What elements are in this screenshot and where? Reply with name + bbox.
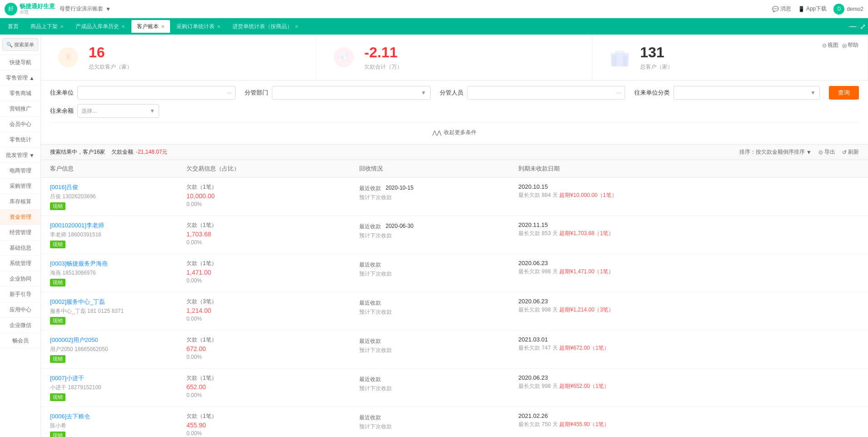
customer-name[interactable]: [0016]吕俊 xyxy=(50,183,186,191)
filter-remain-select[interactable]: 选择... ▼ xyxy=(77,104,159,118)
sidebar-item-newbie[interactable]: 新手引导 xyxy=(0,287,40,302)
tab-customer-account-close[interactable]: ✕ xyxy=(161,24,165,29)
overdue-link[interactable]: 超期¥455.90（1笔） xyxy=(559,421,609,427)
svg-rect-6 xyxy=(612,55,617,66)
tab-purchase-order[interactable]: 采购订单统计表 ✕ xyxy=(171,20,226,33)
sidebar-item-inventory[interactable]: 库存核算 xyxy=(0,194,40,210)
collapse-btn[interactable]: ⋀⋀ 收起更多条件 xyxy=(430,126,479,139)
sidebar-item-finance[interactable]: 资金管理 xyxy=(0,210,40,225)
col-header-overdue: 到期未收款日期 xyxy=(518,165,859,173)
stat-debt-total-label: 欠款合计（万） xyxy=(364,63,578,71)
sidebar-item-member[interactable]: 会员中心 xyxy=(0,117,40,132)
tab-product-history[interactable]: 产成品入库单历史 ✕ xyxy=(70,20,130,33)
sidebar-item-enterprise[interactable]: 企业协同 xyxy=(0,271,40,287)
tab-product-history-close[interactable]: ✕ xyxy=(121,24,125,29)
user-area[interactable]: D demo2 xyxy=(833,4,863,15)
filter-category-arrow: ▼ xyxy=(810,90,816,96)
filter-manager-input[interactable]: ··· xyxy=(467,86,625,100)
customer-name[interactable]: [000002]用户2050 xyxy=(50,336,186,344)
customer-info-cell: [0001020001]李老师 李老师 18600391516 现销 xyxy=(50,221,186,248)
customer-tag: 现销 xyxy=(50,241,65,248)
customer-contact: 小进干 18279152100 xyxy=(50,384,186,392)
filter-dept-select[interactable]: ▼ xyxy=(272,86,430,100)
table-row: [0001020001]李老师 李老师 18600391516 现销 欠款（1笔… xyxy=(41,216,868,254)
col-header-debt: 欠交易信息（占比） xyxy=(186,165,359,173)
payment-last-label: 最近收款 xyxy=(359,376,381,383)
overdue-link[interactable]: 超期¥1,703.68（1笔） xyxy=(559,230,614,236)
debt-amount[interactable]: 1,471.00 xyxy=(186,269,359,276)
filter-category-select[interactable]: ▼ xyxy=(673,86,820,100)
app-download-btn[interactable]: 📱 App下载 xyxy=(798,5,827,13)
debt-amount[interactable]: 672.00 xyxy=(186,345,359,352)
refresh-btn[interactable]: ↺ 刷新 xyxy=(842,148,859,156)
sidebar-item-member-plus[interactable]: 畅会员 xyxy=(0,333,40,349)
sidebar-item-batch-mgmt[interactable]: 批发管理 ▼ xyxy=(0,148,40,163)
help-btn[interactable]: ◎ 帮助 xyxy=(842,41,858,49)
sidebar-item-basic-info[interactable]: 基础信息 xyxy=(0,241,40,256)
tab-purchase-order-close[interactable]: ✕ xyxy=(217,24,221,29)
search-button[interactable]: 查询 xyxy=(829,86,859,100)
sort-select[interactable]: 排序：按欠款金额倒序排序 ▼ xyxy=(739,148,812,156)
sidebar-item-retail-stats[interactable]: 零售统计 xyxy=(0,132,40,148)
sidebar-item-purchase[interactable]: 采购管理 xyxy=(0,179,40,194)
tab-home[interactable]: 首页 xyxy=(2,20,24,33)
filter-customer-input[interactable]: ··· xyxy=(77,86,236,100)
overdue-link[interactable]: 超期¥10,000.00（1笔） xyxy=(559,192,617,198)
sidebar-item-app-center-label: 应用中心 xyxy=(10,306,31,313)
export-btn[interactable]: ⊙ 导出 xyxy=(818,148,835,156)
message-btn[interactable]: 💬 消息 xyxy=(772,5,791,13)
filter-manager-text[interactable] xyxy=(471,90,617,96)
tab-purchase-stats-close[interactable]: ✕ xyxy=(295,24,298,29)
payment-last-date: 2020-06-30 xyxy=(386,223,413,231)
tab-minimize-btn[interactable]: — xyxy=(849,22,856,31)
tab-purchase-stats-label: 进货单统计表（按商品） xyxy=(232,23,292,30)
tab-product-off[interactable]: 商品上下架 ✕ xyxy=(25,20,69,33)
sidebar-item-quick-nav[interactable]: 快捷导航 xyxy=(0,55,40,70)
filter-customer-text[interactable] xyxy=(81,90,227,96)
debt-info-cell: 欠款（1笔） 672.00 0.00% xyxy=(186,336,359,360)
debt-amount[interactable]: 455.90 xyxy=(186,422,359,429)
customer-name[interactable]: [0002]服务中心_丁磊 xyxy=(50,298,186,306)
debt-amount[interactable]: 10,000.00 xyxy=(186,192,359,200)
debt-percent: 0.00% xyxy=(186,316,359,322)
payment-last-row: 最近收款 xyxy=(359,414,518,422)
tab-customer-account[interactable]: 客户账本 ✕ xyxy=(131,20,170,33)
user-name: demo2 xyxy=(847,6,863,12)
sidebar-search-btn[interactable]: 🔍 搜索菜单 xyxy=(2,38,38,51)
sidebar-item-marketing[interactable]: 营销推广 xyxy=(0,101,40,117)
logo-subtext: 示范 xyxy=(20,10,55,15)
sidebar-item-corp-wechat[interactable]: 企业微信 xyxy=(0,318,40,333)
customer-name[interactable]: [0003]畅捷服务尹海燕 xyxy=(50,260,186,268)
debt-amount[interactable]: 652.00 xyxy=(186,383,359,391)
overdue-link[interactable]: 超期¥1,471.00（1笔） xyxy=(559,268,614,275)
payment-next: 预计下次收款 xyxy=(359,385,518,392)
payment-next: 预计下次收款 xyxy=(359,308,518,316)
sidebar-item-system[interactable]: 系统管理 xyxy=(0,256,40,271)
stat-debt-customers-label: 总欠款客户（家） xyxy=(89,63,302,71)
sidebar-item-newbie-label: 新手引导 xyxy=(10,291,31,297)
tab-product-history-label: 产成品入库单历史 xyxy=(75,23,119,30)
overdue-link[interactable]: 超期¥1,214.00（3笔） xyxy=(559,306,614,313)
overdue-link[interactable]: 超期¥672.00（1笔） xyxy=(559,345,609,351)
sidebar-item-retail-mgmt[interactable]: 零售管理 ▲ xyxy=(0,70,40,86)
sidebar-item-member-plus-label: 畅会员 xyxy=(12,337,29,344)
debt-amount[interactable]: 1,214.00 xyxy=(186,307,359,314)
company-select[interactable]: 母婴行业演示账套 ▼ xyxy=(60,5,111,13)
tab-product-off-close[interactable]: ✕ xyxy=(60,24,64,29)
sidebar-item-operation[interactable]: 经营管理 xyxy=(0,225,40,241)
table-row: [000002]用户2050 用户2050 18665062050 现销 欠款（… xyxy=(41,331,868,369)
tab-purchase-stats[interactable]: 进货单统计表（按商品） ✕ xyxy=(227,20,304,33)
customer-name[interactable]: [0006]去下粮仓 xyxy=(50,412,186,421)
result-count: 搜索结果中，客户16家 xyxy=(50,149,105,155)
customer-info-cell: [0007]小进干 小进干 18279152100 现销 xyxy=(50,374,186,401)
sidebar-item-app-center[interactable]: 应用中心 xyxy=(0,302,40,318)
sidebar-item-ecommerce[interactable]: 电商管理 xyxy=(0,163,40,179)
tab-maximize-btn[interactable]: ⤢ xyxy=(860,22,866,31)
customer-name[interactable]: [0001020001]李老师 xyxy=(50,221,186,230)
sidebar-item-retail-store[interactable]: 零售商城 xyxy=(0,86,40,101)
overdue-link[interactable]: 超期¥652.00（1笔） xyxy=(559,383,609,389)
table-row: [0006]去下粮仓 陈小希 现销 欠款（1笔） 455.90 0.00% 最近… xyxy=(41,407,868,437)
view-btn[interactable]: ⊙ 视图 xyxy=(822,41,838,49)
customer-name[interactable]: [0007]小进干 xyxy=(50,374,186,382)
debt-amount[interactable]: 1,703.68 xyxy=(186,231,359,238)
